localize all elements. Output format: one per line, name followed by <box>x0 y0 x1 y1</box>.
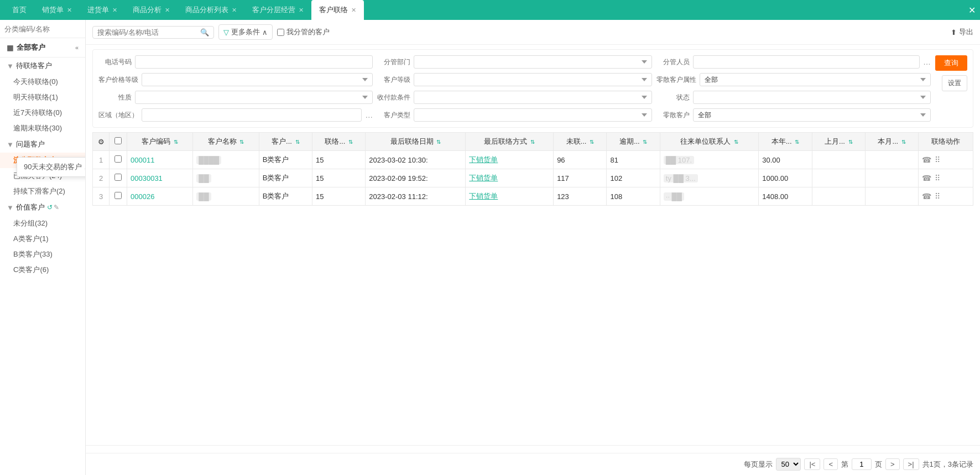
filter-region-more[interactable]: … <box>365 111 373 119</box>
row1-action-phone-icon[interactable]: ☎ <box>922 155 931 164</box>
th-overdue-label: 逾期... <box>619 137 640 145</box>
window-close-button[interactable]: ✕ <box>968 5 976 15</box>
th-last-method[interactable]: 最后联络方式 ⇅ <box>466 133 554 151</box>
sidebar-item-today[interactable]: 今天待联络(0) <box>0 74 85 90</box>
page-suffix: 页 <box>875 460 882 469</box>
filter-customer-type-select[interactable] <box>414 108 651 122</box>
filter-region-input[interactable] <box>142 108 362 122</box>
tab-purchase[interactable]: 进货单 ✕ <box>80 0 125 20</box>
th-last-date[interactable]: 最后联络日期 ⇅ <box>366 133 466 151</box>
th-contact-person[interactable]: 往来单位联系人 ⇅ <box>660 133 759 151</box>
row1-action-more-icon[interactable]: ⠿ <box>935 155 940 164</box>
row3-code-link[interactable]: 000026 <box>131 192 154 201</box>
tab-analysis-list-label: 商品分析列表 <box>185 5 228 15</box>
tab-analysis-label: 商品分析 <box>133 5 161 15</box>
collapse-icon[interactable]: « <box>75 44 79 51</box>
row3-action-phone-icon[interactable]: ☎ <box>922 192 931 201</box>
filter-gender-select[interactable] <box>135 91 373 104</box>
search-button[interactable]: 🔍 <box>200 28 209 36</box>
refresh-icon[interactable]: ↺ <box>47 203 53 211</box>
row3-action-more-icon[interactable]: ⠿ <box>935 192 940 201</box>
content-area: 🔍 ▽ 更多条件 ∧ 我分管的客户 ⬆ 导出 <box>86 20 980 475</box>
sidebar-group-pending-header[interactable]: ▼ 待联络客户 <box>0 58 85 74</box>
filter-status-select[interactable] <box>693 91 931 104</box>
row1-code[interactable]: 000011 <box>127 151 193 169</box>
th-contact[interactable]: 联络... ⇅ <box>312 133 365 151</box>
filter-zero-attr-select[interactable]: 全部 <box>700 73 931 86</box>
search-input[interactable] <box>97 28 200 36</box>
edit-icon[interactable]: ✎ <box>54 203 59 211</box>
sidebar-group-problem-header[interactable]: ▼ 问题客户 <box>0 136 85 153</box>
th-code[interactable]: 客户编码 ⇅ <box>127 133 193 151</box>
row1-last-method-link[interactable]: 下销货单 <box>469 155 498 164</box>
last-page-button[interactable]: >| <box>903 458 919 470</box>
settings-button[interactable]: 设置 <box>942 75 967 91</box>
row2-code[interactable]: 00030031 <box>127 169 193 187</box>
th-type[interactable]: 客户... ⇅ <box>259 133 312 151</box>
query-button[interactable]: 查询 <box>935 55 967 71</box>
my-clients-checkbox[interactable] <box>277 29 284 36</box>
tab-analysis-close[interactable]: ✕ <box>165 7 170 14</box>
prev-page-button[interactable]: < <box>823 458 838 470</box>
filter-phone-input[interactable] <box>135 55 373 69</box>
sidebar-item-c-class[interactable]: C类客户(6) <box>0 262 85 278</box>
row2-action-more-icon[interactable]: ⠿ <box>935 174 940 182</box>
tab-customer-tier[interactable]: 客户分层经营 ✕ <box>244 0 311 20</box>
th-settings[interactable]: ⚙ <box>93 133 110 151</box>
tab-analysis-list-close[interactable]: ✕ <box>232 7 237 14</box>
row2-checkbox[interactable] <box>114 174 122 181</box>
tab-customer-tier-close[interactable]: ✕ <box>299 7 304 14</box>
page-size-select[interactable]: 50 <box>776 458 801 471</box>
row1-last-method[interactable]: 下销货单 <box>466 151 554 169</box>
filter-person-input[interactable] <box>693 55 920 69</box>
more-filter-button[interactable]: ▽ 更多条件 ∧ <box>218 24 273 40</box>
th-unlinked[interactable]: 未联... ⇅ <box>554 133 607 151</box>
th-last-month[interactable]: 上月... ⇅ <box>812 133 865 151</box>
row2-last-method-link[interactable]: 下销货单 <box>469 174 498 182</box>
select-all-checkbox[interactable] <box>114 137 122 144</box>
tab-home[interactable]: 首页 <box>4 0 34 20</box>
sidebar-item-7days[interactable]: 近7天待联络(0) <box>0 105 85 121</box>
first-page-button[interactable]: |< <box>804 458 820 470</box>
tab-analysis-list[interactable]: 商品分析列表 ✕ <box>178 0 244 20</box>
tab-sales-close[interactable]: ✕ <box>67 7 72 14</box>
sidebar-item-b-class[interactable]: B类客户(33) <box>0 247 85 262</box>
row1-code-link[interactable]: 000011 <box>131 156 154 164</box>
tab-sales[interactable]: 销货单 ✕ <box>34 0 80 20</box>
sidebar-item-a-class[interactable]: A类客户(1) <box>0 231 85 247</box>
row2-code-link[interactable]: 00030031 <box>131 174 163 182</box>
filter-customer-level-select[interactable] <box>414 73 651 86</box>
sidebar-all-customers[interactable]: ▦ 全部客户 « <box>0 38 85 58</box>
th-this-year[interactable]: 本年... ⇅ <box>759 133 812 151</box>
filter-person-more[interactable]: … <box>923 58 931 66</box>
export-button[interactable]: ⬆ 导出 <box>951 27 973 37</box>
filter-price-level-select[interactable] <box>142 73 373 86</box>
horizontal-scrollbar[interactable] <box>86 445 980 453</box>
sidebar-item-declining[interactable]: 持续下滑客户(2) <box>0 184 85 199</box>
sidebar-item-overdue[interactable]: 逾期未联络(30) <box>0 121 85 136</box>
page-input[interactable] <box>852 458 872 470</box>
sidebar-group-value-header[interactable]: ▼ 价值客户 ↺ ✎ <box>0 199 85 216</box>
filter-payment-select[interactable] <box>414 91 651 104</box>
th-this-month[interactable]: 本月... ⇅ <box>865 133 918 151</box>
row3-checkbox[interactable] <box>114 192 122 199</box>
tab-customer-contact-close[interactable]: ✕ <box>351 7 356 14</box>
filter-dept-select[interactable] <box>414 55 651 69</box>
tab-customer-contact[interactable]: 客户联络 ✕ <box>311 0 364 20</box>
th-overdue[interactable]: 逾期... ⇅ <box>607 133 660 151</box>
row2-action-phone-icon[interactable]: ☎ <box>922 174 931 182</box>
my-clients-checkbox-label[interactable]: 我分管的客户 <box>277 27 330 37</box>
sidebar-item-tomorrow[interactable]: 明天待联络(1) <box>0 90 85 105</box>
next-page-button[interactable]: > <box>885 458 900 470</box>
row3-last-method-link[interactable]: 下销货单 <box>469 192 498 200</box>
sidebar-search-input[interactable] <box>4 25 86 33</box>
row1-checkbox[interactable] <box>114 155 122 163</box>
sidebar-item-ungrouped[interactable]: 未分组(32) <box>0 216 85 231</box>
row2-last-method[interactable]: 下销货单 <box>466 169 554 187</box>
row3-code[interactable]: 000026 <box>127 187 193 206</box>
tab-analysis[interactable]: 商品分析 ✕ <box>125 0 178 20</box>
filter-zero-customer-select[interactable]: 全部 <box>693 108 931 122</box>
tab-purchase-close[interactable]: ✕ <box>112 7 117 14</box>
th-name[interactable]: 客户名称 ⇅ <box>193 133 259 151</box>
row3-last-method[interactable]: 下销货单 <box>466 187 554 206</box>
